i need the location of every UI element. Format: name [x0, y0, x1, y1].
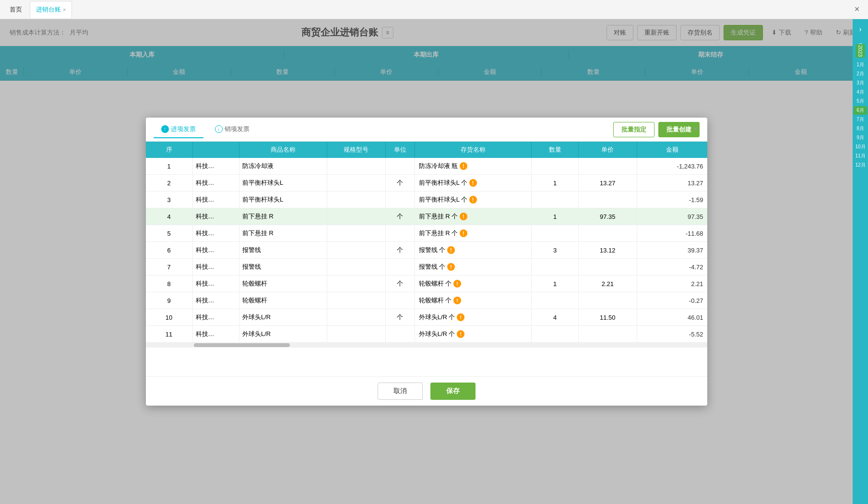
table-row[interactable]: 5 科技… 前下悬挂 R 前下悬挂 R 个 ! -11.68 — [146, 225, 707, 242]
scrollbar-thumb[interactable] — [194, 343, 290, 347]
cell-company: 科技… — [192, 326, 239, 343]
window-close-button[interactable]: × — [850, 2, 864, 17]
cell-amount: 39.37 — [637, 242, 707, 259]
month-6[interactable]: 6月 — [854, 106, 867, 115]
cell-spec — [327, 326, 385, 343]
cell-product: 防冻冷却液 — [239, 158, 327, 175]
cell-unit — [385, 192, 415, 208]
cell-seq: 6 — [146, 242, 193, 259]
th-inventory: 存货名称 — [415, 142, 532, 158]
warning-icon: ! — [469, 179, 477, 187]
cell-inventory: 前下悬挂 R 个 ! — [415, 208, 532, 225]
table-row[interactable]: 8 科技… 轮毂螺杆 个 轮毂螺杆 个 ! 1 2.21 2.21 — [146, 276, 707, 292]
tab-home[interactable]: 首页 — [4, 1, 28, 18]
month-8[interactable]: 8月 — [854, 124, 867, 133]
table-row[interactable]: 2 科技… 前平衡杆球头L 个 前平衡杆球头L 个 ! 1 13.27 13.2… — [146, 175, 707, 192]
cell-product: 报警线 — [239, 242, 327, 259]
cell-inventory: 外球头L/R 个 ! — [415, 309, 532, 326]
batch-assign-button[interactable]: 批量指定 — [613, 122, 654, 137]
sidebar-expand-icon[interactable]: › — [857, 23, 863, 36]
cell-unit-price — [578, 225, 637, 242]
th-unit-price: 单价 — [578, 142, 637, 158]
cell-unit: 个 — [385, 175, 415, 192]
month-2[interactable]: 2月 — [854, 70, 867, 78]
cell-qty: 4 — [532, 309, 579, 326]
month-1[interactable]: 1月 — [854, 60, 867, 69]
cell-amount: 46.01 — [637, 309, 707, 326]
tab-in-invoice[interactable]: ↑ 进项发票 — [154, 121, 203, 138]
cell-product: 外球头L/R — [239, 309, 327, 326]
modal-header: ↑ 进项发票 ↓ 销项发票 批量指定 批量创建 × — [146, 118, 707, 142]
tab-close-icon[interactable]: × — [63, 7, 66, 12]
cell-amount: 13.27 — [637, 175, 707, 192]
cell-seq: 3 — [146, 192, 193, 208]
cell-amount: -4.72 — [637, 259, 707, 276]
cell-amount: 97.35 — [637, 208, 707, 225]
table-row[interactable]: 10 科技… 外球头L/R 个 外球头L/R 个 ! 4 11.50 46.01 — [146, 309, 707, 326]
warning-icon: ! — [469, 196, 477, 204]
cell-company: 科技… — [192, 259, 239, 276]
cell-seq: 11 — [146, 326, 193, 343]
cell-unit — [385, 326, 415, 343]
cell-product: 前平衡杆球头L — [239, 192, 327, 208]
cell-amount: -0.27 — [637, 292, 707, 309]
table-row[interactable]: 3 科技… 前平衡杆球头L 前平衡杆球头L 个 ! -1.59 — [146, 192, 707, 208]
cancel-button[interactable]: 取消 — [378, 383, 423, 400]
cell-product: 报警线 — [239, 259, 327, 276]
cell-qty — [532, 225, 579, 242]
cell-product: 前下悬挂 R — [239, 208, 327, 225]
warning-icon: ! — [453, 297, 461, 304]
th-amount: 金额 — [637, 142, 707, 158]
tab-active[interactable]: 进销台账 × — [30, 1, 72, 18]
cell-seq: 7 — [146, 259, 193, 276]
cell-inventory: 轮毂螺杆 个 ! — [415, 276, 532, 292]
cell-unit-price — [578, 292, 637, 309]
cell-company: 科技… — [192, 309, 239, 326]
table-row[interactable]: 1 科技… 防冻冷却液 防冻冷却液 瓶 ! -1,243.76 — [146, 158, 707, 175]
tab-in-icon: ↑ — [161, 125, 169, 133]
cell-unit — [385, 225, 415, 242]
cell-qty: 3 — [532, 242, 579, 259]
cell-unit-price — [578, 259, 637, 276]
cell-unit: 个 — [385, 242, 415, 259]
month-9[interactable]: 9月 — [854, 133, 867, 142]
modal-actions: 批量指定 批量创建 — [613, 122, 700, 137]
table-row[interactable]: 11 科技… 外球头L/R 外球头L/R 个 ! -5.52 — [146, 326, 707, 343]
tab-out-invoice[interactable]: ↓ 销项发票 — [207, 121, 257, 138]
table-row[interactable]: 6 科技… 报警线 个 报警线 个 ! 3 13.12 39.37 — [146, 242, 707, 259]
cell-unit-price: 97.35 — [578, 208, 637, 225]
modal-table-scroll[interactable]: 序 商品名称 规格型号 单位 存货名称 数量 单价 金额 — [146, 142, 707, 343]
month-7[interactable]: 7月 — [854, 115, 867, 124]
cell-product: 外球头L/R — [239, 326, 327, 343]
cell-spec — [327, 259, 385, 276]
month-3[interactable]: 3月 — [854, 79, 867, 87]
month-10[interactable]: 10月 — [854, 143, 867, 151]
cell-inventory: 前平衡杆球头L 个 ! — [415, 175, 532, 192]
cell-unit: 个 — [385, 309, 415, 326]
warning-icon: ! — [457, 313, 464, 321]
cell-unit-price: 11.50 — [578, 309, 637, 326]
cell-company: 科技… — [192, 158, 239, 175]
month-5[interactable]: 5月 — [854, 97, 867, 106]
save-button[interactable]: 保存 — [430, 383, 476, 400]
cell-unit: 个 — [385, 208, 415, 225]
horizontal-scrollbar[interactable] — [146, 343, 707, 348]
cell-unit-price: 13.27 — [578, 175, 637, 192]
month-4[interactable]: 4月 — [854, 88, 867, 96]
table-row[interactable]: 4 科技… 前下悬挂 R 个 前下悬挂 R 个 ! 1 97.35 97.35 — [146, 208, 707, 225]
active-tab-label: 进销台账 — [36, 5, 61, 14]
cell-company: 科技… — [192, 225, 239, 242]
table-row[interactable]: 9 科技… 轮毂螺杆 轮毂螺杆 个 ! -0.27 — [146, 292, 707, 309]
cell-spec — [327, 242, 385, 259]
cell-amount: -5.52 — [637, 326, 707, 343]
month-11[interactable]: 11月 — [854, 152, 867, 160]
cell-seq: 9 — [146, 292, 193, 309]
warning-icon: ! — [460, 229, 467, 237]
warning-icon: ! — [447, 263, 455, 271]
cell-unit-price — [578, 326, 637, 343]
cell-seq: 4 — [146, 208, 193, 225]
table-row[interactable]: 7 科技… 报警线 报警线 个 ! -4.72 — [146, 259, 707, 276]
month-12[interactable]: 12月 — [854, 161, 867, 169]
tab-out-icon: ↓ — [215, 125, 223, 133]
modal-close-button[interactable]: × — [690, 123, 702, 135]
